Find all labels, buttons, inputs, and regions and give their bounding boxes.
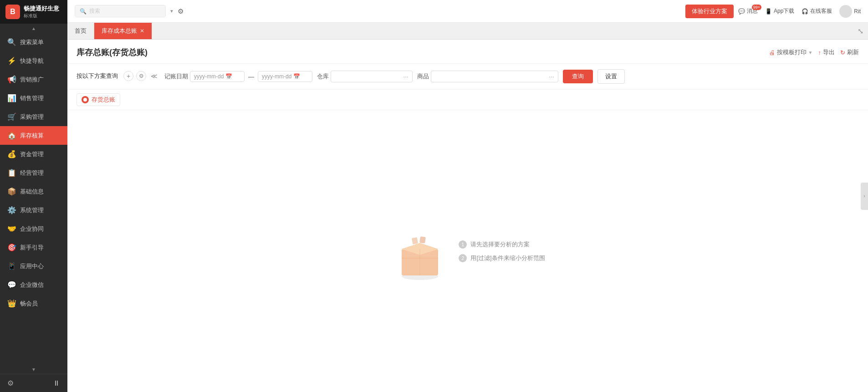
tab-inventory-ledger[interactable]: 库存成本总账 ✕ xyxy=(94,23,152,39)
messages-btn[interactable]: 💬 消息 99+ xyxy=(738,7,758,15)
refresh-btn[interactable]: ↻ 刷新 xyxy=(840,48,859,56)
date-label: 记账日期 xyxy=(164,72,188,81)
sidebar-label-system: 系统管理 xyxy=(20,206,44,214)
search-dropdown-icon[interactable]: ▼ xyxy=(169,9,174,14)
sidebar-item-purchase[interactable]: 🛒采购管理 xyxy=(0,107,67,126)
filter-collapse-btn[interactable]: ≪ xyxy=(149,71,159,81)
export-icon: ↑ xyxy=(818,49,822,56)
hint-num-1: 1 xyxy=(459,240,467,249)
page-header: 库存总账(存货总账) 🖨 按模板打印 ▼ ↑ 导出 ↻ 刷新 xyxy=(67,40,868,64)
sidebar-item-member[interactable]: 👑畅会员 xyxy=(0,294,67,313)
warehouse-more-icon[interactable]: ··· xyxy=(403,73,408,80)
sidebar-icon-enterprise: 🤝 xyxy=(7,224,15,233)
sidebar-label-inventory: 库存核算 xyxy=(20,132,44,140)
industry-btn[interactable]: 体验行业方案 xyxy=(685,5,734,18)
page-title: 库存总账(存货总账) xyxy=(77,47,148,58)
product-label: 商品 xyxy=(417,72,429,81)
user-avatar-area[interactable]: Rit xyxy=(839,5,861,18)
user-avatar xyxy=(839,5,852,18)
date-start-input[interactable]: yyyy-mm-dd 📅 xyxy=(190,71,245,82)
sidebar-icon-finance: 💰 xyxy=(7,150,15,158)
sidebar-footer: ⚙ ⏸ xyxy=(0,374,67,392)
online-service-btn[interactable]: 🎧 在线客服 xyxy=(802,7,832,15)
sidebar-item-marketing[interactable]: 📢营销推广 xyxy=(0,70,67,89)
scheme-area: 存货总账 xyxy=(67,90,868,110)
sidebar: B 畅捷通好生意 标准版 ▲ 🔍搜索菜单⚡快捷导航📢营销推广📊销售管理🛒采购管理… xyxy=(0,0,67,392)
sidebar-label-purchase: 采购管理 xyxy=(20,113,44,121)
sidebar-label-member: 畅会员 xyxy=(20,300,38,308)
logo-area: B 畅捷通好生意 标准版 xyxy=(0,0,67,24)
tab-close-icon[interactable]: ✕ xyxy=(140,28,144,34)
sidebar-label-marketing: 营销推广 xyxy=(20,76,44,84)
empty-hint-1: 1 请先选择要分析的方案 xyxy=(459,240,545,249)
search-icon: 🔍 xyxy=(80,8,87,15)
hint-num-2: 2 xyxy=(459,254,467,262)
printer-icon: 🖨 xyxy=(769,49,775,56)
sidebar-icon-member: 👑 xyxy=(7,299,15,308)
product-select[interactable]: ··· xyxy=(431,71,558,82)
settings-footer-icon[interactable]: ⚙ xyxy=(7,379,14,387)
sidebar-label-finance: 资金管理 xyxy=(20,150,44,158)
logo-icon: B xyxy=(5,5,20,19)
empty-illustration xyxy=(390,224,445,279)
filter-actions: + ⚙ ≪ xyxy=(123,69,159,81)
scroll-down-arrow[interactable]: ▼ xyxy=(0,365,67,374)
sidebar-icon-system: ⚙️ xyxy=(7,206,15,214)
filter-add-btn[interactable]: + xyxy=(123,71,133,81)
date-separator: — xyxy=(246,73,256,80)
page-actions: 🖨 按模板打印 ▼ ↑ 导出 ↻ 刷新 xyxy=(769,48,859,56)
sidebar-icon-wecom: 💬 xyxy=(7,280,15,289)
empty-hint-2: 2 用[过滤]条件来缩小分析范围 xyxy=(459,254,545,262)
product-filter-field: 商品 ··· xyxy=(417,71,558,82)
sidebar-item-enterprise[interactable]: 🤝企业协同 xyxy=(0,219,67,238)
logo-text: 畅捷通好生意 标准版 xyxy=(24,5,59,19)
top-header: 🔍 搜索 ▼ ⚙ 体验行业方案 💬 消息 99+ 📱 App下载 🎧 在线客服 xyxy=(67,0,868,23)
sidebar-label-quick-nav: 快捷导航 xyxy=(20,57,44,65)
sidebar-icon-guide: 🎯 xyxy=(7,243,15,252)
sidebar-item-app-center[interactable]: 📱应用中心 xyxy=(0,257,67,275)
collapse-footer-icon[interactable]: ⏸ xyxy=(53,379,60,387)
header-search-box[interactable]: 🔍 搜索 xyxy=(75,5,166,17)
sidebar-item-quick-nav[interactable]: ⚡快捷导航 xyxy=(0,51,67,70)
filter-fields: 记账日期 yyyy-mm-dd 📅 — yyyy-mm-dd 📅 仓库 xyxy=(164,69,859,84)
headset-icon: 🎧 xyxy=(802,8,808,15)
sidebar-label-basic-info: 基础信息 xyxy=(20,188,44,196)
tab-home[interactable]: 首页 xyxy=(67,23,94,39)
sidebar-icon-inventory: 🏠 xyxy=(7,131,15,140)
export-btn[interactable]: ↑ 导出 xyxy=(818,48,835,56)
sidebar-icon-quick-nav: ⚡ xyxy=(7,56,15,65)
filter-settings-btn[interactable]: ⚙ xyxy=(136,71,146,81)
query-btn[interactable]: 查询 xyxy=(563,70,593,83)
warehouse-select[interactable]: ··· xyxy=(331,71,413,82)
svg-rect-9 xyxy=(419,236,426,244)
panel-expand-btn[interactable]: ⤡ xyxy=(853,27,868,36)
print-template-btn[interactable]: 🖨 按模板打印 ▼ xyxy=(769,48,813,56)
right-panel-collapse-btn[interactable]: › xyxy=(861,183,868,210)
header-right: 💬 消息 99+ 📱 App下载 🎧 在线客服 Rit xyxy=(738,5,861,18)
sidebar-item-basic-info[interactable]: 📦基础信息 xyxy=(0,182,67,201)
app-download-btn[interactable]: 📱 App下载 xyxy=(765,7,794,15)
sidebar-label-enterprise: 企业协同 xyxy=(20,225,44,233)
scroll-up-arrow[interactable]: ▲ xyxy=(0,24,67,33)
sidebar-item-guide[interactable]: 🎯新手引导 xyxy=(0,238,67,257)
content-area: 库存总账(存货总账) 🖨 按模板打印 ▼ ↑ 导出 ↻ 刷新 按以下方案查询 xyxy=(67,40,868,392)
header-gear-icon[interactable]: ⚙ xyxy=(178,7,184,15)
sidebar-item-inventory[interactable]: 🏠库存核算 xyxy=(0,126,67,145)
sidebar-item-sales[interactable]: 📊销售管理 xyxy=(0,89,67,107)
header-search-area: 🔍 搜索 ▼ ⚙ xyxy=(75,5,681,17)
sidebar-item-wecom[interactable]: 💬企业微信 xyxy=(0,275,67,294)
print-dropdown-icon: ▼ xyxy=(808,50,813,55)
date-end-input[interactable]: yyyy-mm-dd 📅 xyxy=(258,71,312,82)
sidebar-item-finance[interactable]: 💰资金管理 xyxy=(0,145,67,163)
scheme-item-stock-ledger[interactable]: 存货总账 xyxy=(77,93,120,106)
sidebar-label-operations: 经营管理 xyxy=(20,169,44,177)
expand-icon: ⤡ xyxy=(858,27,863,36)
setting-btn[interactable]: 设置 xyxy=(597,69,625,84)
sidebar-item-operations[interactable]: 📋经营管理 xyxy=(0,163,67,182)
filter-label: 按以下方案查询 xyxy=(77,69,118,80)
calendar-end-icon: 📅 xyxy=(293,73,300,80)
sidebar-icon-purchase: 🛒 xyxy=(7,112,15,121)
sidebar-item-search-menu[interactable]: 🔍搜索菜单 xyxy=(0,33,67,51)
sidebar-item-system[interactable]: ⚙️系统管理 xyxy=(0,201,67,219)
product-more-icon[interactable]: ··· xyxy=(549,73,554,80)
